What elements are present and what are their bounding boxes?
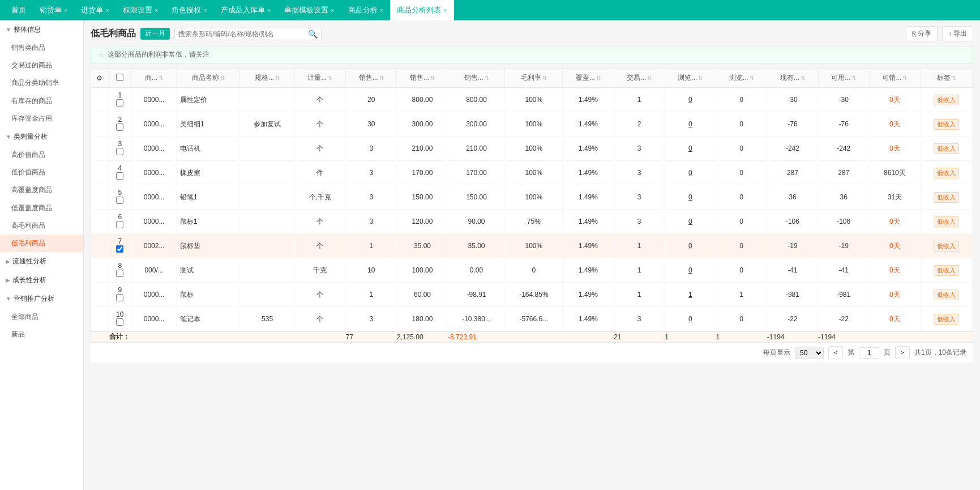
time-tag-button[interactable]: 近一月 [140, 28, 170, 40]
nav-role-auth[interactable]: 角色授权 × [165, 0, 213, 20]
page-number-input[interactable] [859, 347, 879, 359]
close-icon[interactable]: × [105, 7, 109, 14]
view1-link[interactable]: 0 [688, 144, 692, 152]
col-transaction[interactable]: 交易...⇅ [614, 69, 665, 88]
close-icon[interactable]: × [203, 7, 207, 14]
sidebar-item-high-value[interactable]: 高价值商品 [0, 146, 83, 164]
row-view1[interactable]: 0 [665, 307, 716, 332]
row-view1[interactable]: 0 [665, 258, 716, 283]
row-view1[interactable]: 0 [665, 137, 716, 161]
sidebar-item-low-margin[interactable]: 低毛利商品 [0, 235, 83, 252]
prev-page-button[interactable]: ＜ [828, 346, 843, 359]
row-view1[interactable]: 0 [665, 161, 716, 185]
row-checkbox[interactable] [116, 99, 123, 106]
row-sales-profit: 170.00 [448, 161, 505, 185]
search-icon[interactable]: 🔍 [308, 29, 318, 39]
col-settings[interactable]: ⚙ [91, 69, 108, 88]
next-page-button[interactable]: ＞ [895, 346, 910, 359]
row-view1[interactable]: 0 [665, 112, 716, 137]
col-unit[interactable]: 计量...⇅ [294, 69, 345, 88]
row-view1[interactable]: 0 [665, 210, 716, 234]
close-icon[interactable]: × [155, 7, 158, 14]
sidebar-group-surplus[interactable]: ▼ 类剩量分析 [0, 127, 83, 146]
row-checkbox[interactable] [116, 148, 123, 155]
row-view1[interactable]: 1 [665, 283, 716, 307]
sidebar-item-new-products[interactable]: 新品 [0, 326, 83, 343]
sidebar-item-all-products[interactable]: 全部商品 [0, 308, 83, 326]
row-sales-profit: 300.00 [448, 112, 505, 137]
nav-permission[interactable]: 权限设置 × [116, 0, 165, 20]
sidebar-group-overall[interactable]: ▼ 整体信息 [0, 20, 83, 39]
view1-link[interactable]: 0 [688, 120, 692, 128]
row-view1[interactable]: 0 [665, 234, 716, 258]
sidebar-item-high-coverage[interactable]: 高覆盖度商品 [0, 181, 83, 199]
col-sales-qty[interactable]: 销售...⇅ [346, 69, 397, 88]
nav-product-analysis-list[interactable]: 商品分析列表 × [390, 0, 453, 20]
row-saleable: 0天 [869, 210, 920, 234]
col-coverage[interactable]: 覆盖...⇅ [563, 69, 614, 88]
sidebar-group-marketing[interactable]: ▼ 营销推广分析 [0, 289, 83, 308]
row-coverage: 1.49% [563, 234, 614, 258]
col-tag[interactable]: 标签⇅ [921, 69, 973, 88]
row-view1[interactable]: 0 [665, 88, 716, 112]
row-checkbox[interactable] [116, 172, 123, 180]
close-icon[interactable]: × [267, 7, 271, 14]
close-icon[interactable]: × [64, 7, 67, 14]
view1-link[interactable]: 0 [688, 315, 692, 323]
sidebar-group-growth[interactable]: ▶ 成长性分析 [0, 271, 83, 289]
search-input[interactable] [178, 30, 308, 38]
export-button[interactable]: ↑ 导出 [942, 26, 973, 41]
sidebar-item-high-margin[interactable]: 高毛利商品 [0, 217, 83, 235]
nav-product-analysis[interactable]: 商品分析 × [341, 0, 390, 20]
sidebar-item-traded-products[interactable]: 交易过的商品 [0, 57, 83, 74]
sidebar-item-capital-usage[interactable]: 库存资金占用 [0, 110, 83, 127]
col-spec[interactable]: 规格...⇅ [240, 69, 295, 88]
sidebar-item-low-value[interactable]: 低价值商品 [0, 164, 83, 181]
row-view1[interactable]: 0 [665, 185, 716, 210]
col-available[interactable]: 可用...⇅ [818, 69, 869, 88]
close-icon[interactable]: × [331, 7, 334, 14]
close-icon[interactable]: × [443, 7, 447, 14]
sidebar-item-sales-products[interactable]: 销售类商品 [0, 39, 83, 57]
share-button[interactable]: ⎘ 分享 [906, 26, 938, 41]
view1-link[interactable]: 0 [688, 266, 692, 274]
row-checkbox[interactable] [116, 197, 123, 204]
row-checkbox[interactable] [116, 270, 123, 277]
select-all-checkbox[interactable] [116, 74, 123, 81]
sidebar-item-low-coverage[interactable]: 低覆盖度商品 [0, 199, 83, 217]
col-current[interactable]: 现有...⇅ [767, 69, 818, 88]
close-icon[interactable]: × [380, 7, 383, 14]
nav-template-settings[interactable]: 单据模板设置 × [277, 0, 341, 20]
row-checkbox[interactable] [116, 294, 123, 301]
view1-link[interactable]: 0 [688, 169, 692, 177]
row-checkbox[interactable] [116, 123, 123, 131]
row-checkbox[interactable] [116, 245, 123, 253]
sidebar-group-circulation[interactable]: ▶ 流通性分析 [0, 252, 83, 271]
sidebar-item-category-sales-rate[interactable]: 商品分类助销率 [0, 74, 83, 92]
view1-link[interactable]: 1 [688, 291, 692, 299]
nav-purchase-order[interactable]: 进货单 × [74, 0, 115, 20]
per-page-select[interactable]: 50 20 100 [795, 347, 824, 359]
row-checkbox[interactable] [116, 221, 123, 228]
row-gross-margin: 100% [505, 185, 563, 210]
col-gross-margin[interactable]: 毛利率⇅ [505, 69, 563, 88]
view1-link[interactable]: 0 [688, 96, 692, 104]
row-view2: 0 [716, 185, 767, 210]
sidebar-group-growth-label: 成长性分析 [12, 275, 46, 285]
col-name[interactable]: 商品名称⇅ [176, 69, 239, 88]
sidebar-item-in-stock[interactable]: 有库存的商品 [0, 92, 83, 110]
col-code[interactable]: 商...⇅ [132, 69, 177, 88]
nav-sales-order[interactable]: 销货单 × [33, 0, 74, 20]
col-view1[interactable]: 浏览...⇅ [665, 69, 716, 88]
nav-home[interactable]: 首页 [5, 0, 33, 20]
col-sales-price[interactable]: 销售...⇅ [397, 69, 448, 88]
col-checkbox[interactable] [108, 69, 132, 88]
view1-link[interactable]: 0 [688, 218, 692, 225]
col-saleable[interactable]: 可销...⇅ [869, 69, 920, 88]
col-view2[interactable]: 浏览...⇅ [716, 69, 767, 88]
nav-product-entry[interactable]: 产成品入库单 × [214, 0, 277, 20]
view1-link[interactable]: 0 [688, 242, 692, 250]
view1-link[interactable]: 0 [688, 193, 692, 201]
row-checkbox[interactable] [116, 318, 123, 326]
col-sales-profit[interactable]: 销售...⇅ [448, 69, 505, 88]
